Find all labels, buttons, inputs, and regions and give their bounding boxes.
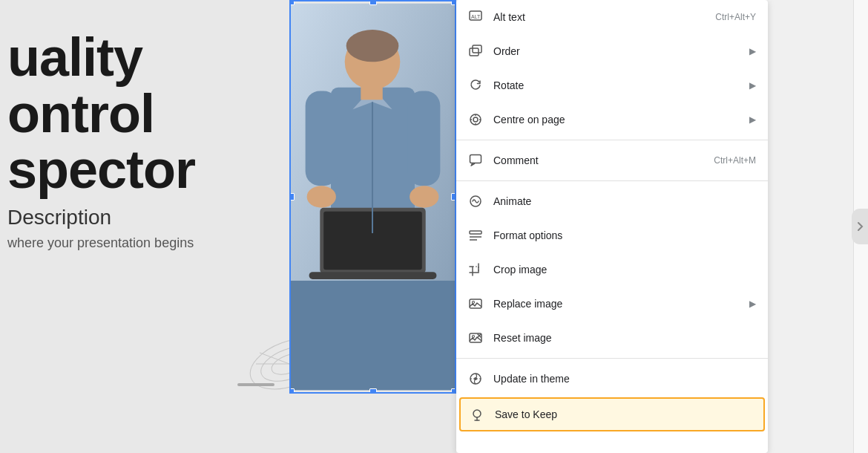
save-to-keep-label: Save to Keep xyxy=(495,408,754,420)
menu-item-animate[interactable]: Animate xyxy=(456,184,768,218)
menu-item-rotate[interactable]: Rotate ▶ xyxy=(456,68,768,102)
update-in-theme-label: Update in theme xyxy=(493,373,756,385)
format-options-label: Format options xyxy=(493,229,756,241)
svg-rect-37 xyxy=(470,299,481,308)
rotate-label: Rotate xyxy=(493,79,743,91)
menu-item-crop-image[interactable]: Crop image xyxy=(456,252,768,287)
svg-text:ALT: ALT xyxy=(471,14,481,19)
divider-3 xyxy=(456,358,768,359)
menu-item-save-to-keep[interactable]: Save to Keep xyxy=(459,397,765,431)
svg-rect-11 xyxy=(407,91,440,186)
svg-rect-30 xyxy=(470,155,481,163)
resize-handle-tr[interactable] xyxy=(451,0,456,5)
svg-point-13 xyxy=(410,186,438,207)
svg-point-12 xyxy=(307,186,336,207)
chevron-right-icon xyxy=(855,221,864,232)
menu-item-replace-image[interactable]: Replace image ▶ xyxy=(456,287,768,321)
alt-text-label: Alt text xyxy=(493,11,715,23)
reset-image-label: Reset image xyxy=(493,332,756,344)
reset-icon xyxy=(468,330,483,345)
resize-handle-mr[interactable] xyxy=(451,193,456,201)
crop-image-label: Crop image xyxy=(493,264,756,276)
resize-handle-bm[interactable] xyxy=(369,388,377,394)
svg-rect-10 xyxy=(306,91,338,186)
svg-point-40 xyxy=(473,336,475,338)
svg-point-25 xyxy=(473,117,478,122)
animate-label: Animate xyxy=(493,195,756,207)
svg-point-24 xyxy=(470,114,481,125)
menu-item-centre-on-page[interactable]: Centre on page ▶ xyxy=(456,102,768,137)
animate-icon xyxy=(468,194,483,209)
replace-image-label: Replace image xyxy=(493,298,743,310)
svg-rect-32 xyxy=(470,231,481,234)
scroll-indicator xyxy=(237,383,274,386)
comment-icon xyxy=(468,153,483,168)
crop-icon xyxy=(468,262,483,277)
resize-handle-tm[interactable] xyxy=(369,0,377,5)
selected-image[interactable] xyxy=(289,0,456,394)
centre-arrow: ▶ xyxy=(749,114,756,125)
resize-handle-tl[interactable] xyxy=(289,0,295,5)
menu-item-update-in-theme[interactable]: Update in theme xyxy=(456,362,768,396)
menu-item-order[interactable]: Order ▶ xyxy=(456,34,768,68)
replace-icon xyxy=(468,296,483,311)
menu-item-comment[interactable]: Comment Ctrl+Alt+M xyxy=(456,143,768,177)
menu-item-format-options[interactable]: Format options xyxy=(456,218,768,252)
comment-shortcut: Ctrl+Alt+M xyxy=(714,155,756,166)
svg-rect-22 xyxy=(470,48,479,56)
svg-rect-16 xyxy=(309,272,437,279)
divider-1 xyxy=(456,140,768,140)
context-menu: ALT Alt text Ctrl+Alt+Y Order ▶ Rotate ▶ xyxy=(456,0,768,453)
rotate-icon xyxy=(468,78,483,93)
person-photo xyxy=(291,1,455,392)
resize-handle-br[interactable] xyxy=(451,388,456,394)
keep-icon xyxy=(470,407,484,422)
slide-area: uality ontrol spector Description where … xyxy=(0,0,456,453)
alt-text-icon: ALT xyxy=(468,10,483,25)
comment-label: Comment xyxy=(493,154,714,166)
svg-rect-19 xyxy=(291,281,455,390)
resize-handle-ml[interactable] xyxy=(289,193,295,201)
centre-on-page-label: Centre on page xyxy=(493,114,743,126)
svg-point-46 xyxy=(473,410,481,417)
menu-item-alt-text[interactable]: ALT Alt text Ctrl+Alt+Y xyxy=(456,0,768,34)
centre-icon xyxy=(468,112,483,127)
svg-point-38 xyxy=(473,302,475,304)
order-icon xyxy=(468,44,483,59)
replace-arrow: ▶ xyxy=(749,299,756,309)
resize-handle-bl[interactable] xyxy=(289,388,295,394)
menu-item-reset-image[interactable]: Reset image xyxy=(456,321,768,355)
sidebar-toggle[interactable] xyxy=(852,209,868,244)
theme-icon xyxy=(468,371,483,386)
svg-point-7 xyxy=(346,30,399,62)
divider-2 xyxy=(456,180,768,181)
format-icon xyxy=(468,228,483,243)
order-arrow: ▶ xyxy=(749,46,756,56)
svg-rect-23 xyxy=(473,45,481,53)
rotate-arrow: ▶ xyxy=(749,80,756,91)
svg-rect-17 xyxy=(361,85,382,100)
order-label: Order xyxy=(493,45,743,57)
alt-text-shortcut: Ctrl+Alt+Y xyxy=(715,12,756,22)
